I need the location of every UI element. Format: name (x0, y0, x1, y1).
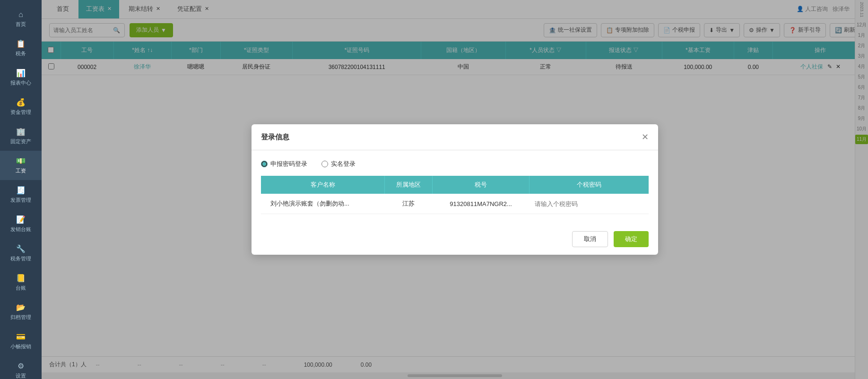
modal-table-row: 刘小艳演示账套（勿删勿动... 江苏 91320811MA7NGR2... (261, 194, 649, 214)
sidebar-item-label: 税务管理 (10, 255, 31, 262)
sidebar-item-label: 首页 (16, 21, 26, 28)
funds-icon: 💰 (16, 98, 26, 107)
sidebar-item-label: 发票管理 (10, 197, 31, 204)
individual-tax-password-input[interactable] (535, 200, 643, 207)
modal-close-btn[interactable]: ✕ (642, 132, 649, 142)
sidebar-item-reports[interactable]: 📊 报表中心 (0, 63, 42, 92)
ledger-icon: 📝 (16, 215, 26, 224)
sidebar-item-settings[interactable]: ⚙ 设置 (0, 356, 42, 379)
sidebar-item-funds[interactable]: 💰 资金管理 (0, 92, 42, 121)
modal-col-taxno: 税号 (433, 176, 529, 194)
sidebar-item-salary[interactable]: 💵 工资 (0, 151, 42, 180)
modal-overlay: 登录信息 ✕ 申报密码登录 实名登录 (42, 0, 868, 379)
assets-icon: 🏢 (16, 127, 26, 136)
modal-header: 登录信息 ✕ (252, 124, 658, 150)
expense-icon: 💳 (16, 332, 26, 341)
modal-tax-no: 91320811MA7NGR2... (433, 194, 529, 214)
sidebar-item-tax-mgmt[interactable]: 🔧 税务管理 (0, 239, 42, 268)
cancel-button[interactable]: 取消 (572, 231, 608, 247)
modal-col-client: 客户名称 (261, 176, 385, 194)
sidebar-item-label: 小畅报销 (10, 343, 31, 350)
modal-title: 登录信息 (261, 133, 289, 142)
sidebar-item-label: 归档管理 (10, 314, 31, 321)
account-ledger-icon: 📒 (16, 274, 26, 283)
settings-icon: ⚙ (17, 362, 24, 370)
sidebar-item-label: 工资 (16, 167, 26, 174)
invoice-icon: 🧾 (16, 186, 26, 195)
sidebar-item-label: 报表中心 (10, 79, 31, 86)
sidebar-item-archive[interactable]: 📂 归档管理 (0, 297, 42, 327)
radio-password-label: 申报密码登录 (270, 160, 307, 168)
confirm-button[interactable]: 确定 (614, 231, 649, 247)
sidebar-item-invoice[interactable]: 🧾 发票管理 (0, 180, 42, 209)
reports-icon: 📊 (16, 69, 26, 78)
sidebar-item-label: 台账 (16, 284, 26, 292)
sidebar-item-expense[interactable]: 💳 小畅报销 (0, 327, 42, 356)
salary-icon: 💵 (16, 156, 26, 165)
modal-region: 江苏 (385, 194, 433, 214)
radio-realname-login[interactable]: 实名登录 (321, 160, 356, 168)
modal-col-region: 所属地区 (385, 176, 433, 194)
sidebar-item-assets[interactable]: 🏢 固定资产 (0, 121, 42, 151)
sidebar-item-tax[interactable]: 📋 税务 (0, 34, 42, 63)
home-icon: ⌂ (18, 10, 23, 19)
modal-col-password: 个税密码 (529, 176, 649, 194)
sidebar-item-label: 发销台账 (10, 226, 31, 233)
main-content: 首页 工资表 ✕ 期末结转 ✕ 凭证配置 ✕ 👤 人工咨询 徐泽华 ✕ (42, 0, 868, 379)
radio-password-input[interactable] (261, 161, 268, 167)
sidebar-item-ledger[interactable]: 📝 发销台账 (0, 209, 42, 239)
sidebar-item-label: 设置 (16, 372, 26, 379)
modal-client-name: 刘小艳演示账套（勿删勿动... (261, 194, 385, 214)
radio-password-login[interactable]: 申报密码登录 (261, 160, 307, 168)
login-type-radio-group: 申报密码登录 实名登录 (261, 160, 649, 168)
tax-icon: 📋 (16, 39, 26, 48)
sidebar-item-label: 税务 (16, 50, 26, 57)
radio-realname-input[interactable] (321, 161, 328, 167)
sidebar-item-label: 资金管理 (10, 109, 31, 116)
sidebar-item-home[interactable]: ⌂ 首页 (0, 5, 42, 34)
modal-table-header: 客户名称 所属地区 税号 个税密码 (261, 176, 649, 194)
sidebar-item-label: 固定资产 (10, 138, 31, 145)
sidebar: ⌂ 首页 📋 税务 📊 报表中心 💰 资金管理 🏢 固定资产 💵 工资 🧾 发票… (0, 0, 42, 379)
modal-client-table: 客户名称 所属地区 税号 个税密码 刘小艳演示账套（勿删勿动... 江苏 913… (261, 176, 649, 214)
radio-realname-label: 实名登录 (331, 160, 356, 168)
archive-icon: 📂 (16, 303, 26, 312)
modal-password-input-cell[interactable] (529, 194, 649, 214)
tax-mgmt-icon: 🔧 (16, 244, 26, 253)
modal-footer: 取消 确定 (252, 224, 658, 255)
modal-body: 申报密码登录 实名登录 客户名称 所属地区 税号 (252, 150, 658, 224)
login-info-modal: 登录信息 ✕ 申报密码登录 实名登录 (252, 124, 658, 255)
sidebar-item-account-ledger[interactable]: 📒 台账 (0, 268, 42, 297)
